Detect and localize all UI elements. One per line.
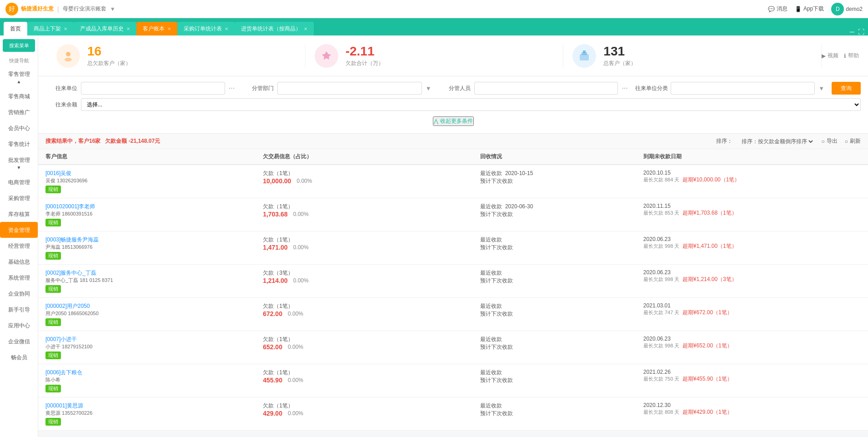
message-button[interactable]: 💬 消息 [768,5,788,13]
customer-code[interactable]: [0002]服务中心_丁磊 [45,269,263,277]
sidebar-item-retail-mgmt[interactable]: 零售管理 ▲ [0,66,38,88]
help-button[interactable]: ℹ 帮助 [844,52,859,60]
person-input[interactable] [474,82,618,95]
table-row: [0002]服务中心_丁磊 服务中心_丁磊 181 0125 8371 现销 欠… [38,265,868,298]
export-button[interactable]: ○ 导出 [822,137,838,145]
overdue-info: 最长欠款 747 天 超期¥672.00（1笔） [643,309,861,316]
tab-home[interactable]: 首页 [4,22,27,35]
sidebar-item-wechat[interactable]: 企业微信 [0,333,38,349]
tab-customer-label: 客户账本 [143,25,165,33]
debt-amount[interactable]: 10,000.00 [263,177,291,185]
tab-inventory-close[interactable]: ✕ [126,26,130,31]
sidebar-item-retail-stats[interactable]: 零售统计 [0,136,38,152]
refresh-button[interactable]: ○ 刷新 [845,137,861,145]
tab-purchase-close[interactable]: ✕ [225,26,228,31]
debt-cell: 欠款（1笔） 652.00 0.00% [263,336,480,351]
debt-ratio: 0.00% [288,410,303,417]
app-download-button[interactable]: 📱 App下载 [795,5,824,13]
retail-mgmt-arrow: ▲ [17,79,21,84]
dept-input[interactable] [277,82,421,95]
tab-goods-stats[interactable]: 进货单统计表（按商品） ✕ [235,22,314,35]
debt-amount[interactable]: 1,703.68 [263,211,288,218]
source-unit-input[interactable] [81,82,225,95]
customer-code[interactable]: [000001]黄思源 [45,402,263,410]
header-recovery: 回收情况 [480,153,643,161]
balance-select[interactable]: 选择... [81,98,861,111]
sidebar-item-purchase[interactable]: 采购管理 [0,190,38,206]
sidebar-item-inventory[interactable]: 库存核算 [0,206,38,222]
customer-code[interactable]: [000002]用户2050 [45,302,263,310]
overdue-info: 最长欠款 998 天 超期¥1,471.00（1笔） [643,242,861,250]
debt-amount[interactable]: 1,471.00 [263,244,288,251]
due-date: 2021.02.26 [643,369,861,375]
debt-ratio: 0.00% [288,311,303,317]
sidebar-item-marketing[interactable]: 营销推广 [0,104,38,120]
export-icon: ○ [822,138,825,145]
overdue-amount-link[interactable]: 超期¥10,000.00（1笔） [682,176,740,183]
person-dots[interactable]: ··· [622,84,627,92]
sidebar-item-finance[interactable]: 资金管理 [0,222,38,238]
tab-expand-icon[interactable]: ⛶ [858,28,864,35]
tab-products[interactable]: 商品上下架 ✕ [27,22,74,35]
tab-customer-close[interactable]: ✕ [167,26,171,31]
logo-icon: 好 [5,3,18,15]
customer-code[interactable]: [0003]畅捷服务尹海蕊 [45,236,263,244]
overdue-amount-link[interactable]: 超期¥652.00（1笔） [682,342,733,349]
dept-dropdown-icon[interactable]: ▼ [426,85,431,92]
customer-phone: 尹海蕊 18513066976 [45,244,263,251]
sidebar-item-basic-info[interactable]: 基础信息 [0,254,38,270]
unit-category-input[interactable] [671,82,815,95]
customer-tag: 现销 [45,385,61,392]
last-collection: 最近收款 [480,369,643,377]
debt-cell: 欠款（1笔） 10,000.00 0.00% [263,170,480,185]
collapse-button[interactable]: ⋀ 收起更多条件 [433,116,474,126]
debt-count: 欠款（1笔） [263,302,480,310]
header-customer: 客户信息 [45,153,263,161]
sidebar-item-members[interactable]: 会员中心 [0,120,38,136]
customer-code[interactable]: [0007]小进干 [45,336,263,343]
sidebar-item-system[interactable]: 系统管理 [0,270,38,286]
query-button[interactable]: 查询 [832,82,861,95]
due-date-cell: 2020.12.30 最长欠款 808 天 超期¥429.00（1笔） [643,402,861,416]
export-label: 导出 [827,137,838,145]
overdue-amount-link[interactable]: 超期¥672.00（1笔） [682,309,733,316]
debt-count: 欠款（3笔） [263,269,480,277]
sidebar-item-apps[interactable]: 应用中心 [0,317,38,333]
tab-purchase[interactable]: 采购订单统计表 ✕ [177,22,235,35]
help-label: 帮助 [848,52,859,60]
user-menu[interactable]: D demo2 [831,3,863,15]
sort-select[interactable]: 排序：按欠款金额倒序排序 [740,138,814,145]
debt-amount[interactable]: 429.00 [263,410,282,417]
unit-category-dropdown[interactable]: ▼ [818,85,824,92]
sidebar-item-newbie[interactable]: 新手引导 [0,301,38,317]
tab-goods-stats-close[interactable]: ✕ [304,26,307,31]
sidebar-item-vip[interactable]: 畅会员 [0,349,38,365]
debt-amount[interactable]: 652.00 [263,343,282,351]
video-button[interactable]: ▶ 视频 [822,52,838,60]
sidebar-item-ecommerce[interactable]: 电商管理 [0,174,38,190]
customer-code[interactable]: [0016]吴俊 [45,170,263,177]
debt-amount[interactable]: 672.00 [263,310,282,317]
tab-products-close[interactable]: ✕ [64,26,67,31]
overdue-amount-link[interactable]: 超期¥455.90（1笔） [682,376,733,382]
sidebar-item-retail-mall[interactable]: 零售商城 [0,88,38,104]
result-info: 搜索结果中，客户16家 欠款金额 -21,148.07元 [45,137,160,145]
overdue-amount-link[interactable]: 超期¥1,703.68（1笔） [682,210,737,216]
search-menu-button[interactable]: 搜索菜单 [3,39,35,52]
customer-code[interactable]: [0006]去下粮仓 [45,369,263,377]
source-unit-dots[interactable]: ··· [229,84,235,92]
overdue-amount-link[interactable]: 超期¥1,214.00（3笔） [682,276,737,282]
tab-minimize-icon[interactable]: ─ [850,28,854,35]
overdue-amount-link[interactable]: 超期¥429.00（1笔） [682,409,733,415]
customer-code[interactable]: [0001020001]李老师 [45,203,263,211]
sidebar-item-operations[interactable]: 经营管理 [0,238,38,254]
debt-amount[interactable]: 455.90 [263,377,282,384]
sidebar-item-wholesale[interactable]: 批发管理 ▼ [0,152,38,174]
industry-select[interactable]: 母婴行业演示账套 [63,5,106,13]
debt-ratio: 0.00% [293,244,309,251]
overdue-amount-link[interactable]: 超期¥1,471.00（1笔） [682,243,737,249]
tab-inventory[interactable]: 产成品入库单历史 ✕ [74,22,136,35]
sidebar-item-enterprise[interactable]: 企业协同 [0,286,38,301]
tab-customer[interactable]: 客户账本 ✕ [136,22,177,35]
debt-amount[interactable]: 1,214.00 [263,277,288,284]
